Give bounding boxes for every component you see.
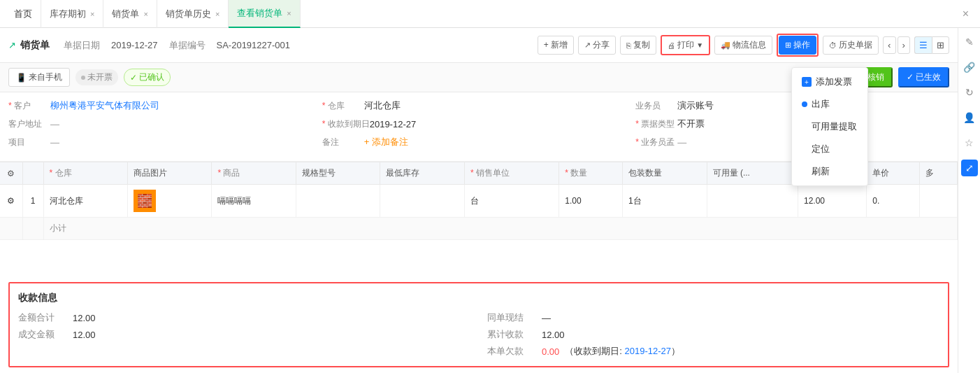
not-opened-badge: 未开票 [75,69,118,85]
dropdown-add-invoice[interactable]: + 添加发票 [792,71,867,93]
sidebar-rotate-icon[interactable]: ↻ [961,84,978,101]
same-order-row: 同单现结 — [487,311,939,324]
row-available [707,185,798,218]
share-button[interactable]: ↗ 分享 [578,36,616,55]
confirm-check-icon: ✓ [130,73,137,83]
logistics-button[interactable]: 🚚 物流信息 [714,36,772,55]
available-pickup-icon [802,124,807,129]
same-order-value: — [542,313,551,323]
tab-sales-history[interactable]: 销货单历史 × [157,0,229,28]
tab-close-inventory[interactable]: × [90,10,94,18]
employee-label: 业务员 [635,100,677,112]
total-value: 12.00 [73,313,96,323]
tab-inventory[interactable]: 库存期初 × [41,0,103,28]
from-mobile-button[interactable]: 📱 来自手机 [8,68,70,87]
tab-bar: 首页 库存期初 × 销货单 × 销货单历史 × 查看销货单 × × [0,0,980,28]
col-product-img: 商品图片 [127,162,211,185]
grid-view-button[interactable]: ⊞ [932,36,949,54]
print-button[interactable]: 🖨 打印 ▼ [661,35,710,55]
list-view-button[interactable]: ☰ [914,36,932,54]
col-unit-price: 单价 [867,162,920,185]
number-label: 单据编号 [169,39,206,52]
col-more: 多 [920,162,958,185]
overdue-row: 本单欠款 0.00 （收款到期日: 2019-12-27） [487,345,939,358]
effective-status-button[interactable]: ✓ 已生效 [898,67,949,87]
confirm-badge: ✓ 已确认 [124,69,171,86]
project-label: 项目 [8,136,50,148]
total-row: 金额合计 12.00 [18,311,470,324]
mobile-icon: 📱 [16,73,27,83]
tab-view-sales[interactable]: 查看销货单 × [229,0,300,28]
print-icon: 🖨 [668,41,675,50]
sidebar-star-icon[interactable]: ☆ [961,134,978,151]
nav-arrows: ‹ › [883,36,910,54]
transaction-row: 成交金额 12.00 [18,328,470,341]
row-num: 1 [22,185,43,218]
right-sidebar: ✎ 🔗 ↻ 👤 ☆ ⤢ [958,28,980,373]
share-icon: ↗ [584,41,591,50]
col-product: 商品 [212,162,296,185]
col-available: 可用量 (... [707,162,798,185]
row-product: 嗝嗝嗝嗝 [212,185,296,218]
row-sales-unit: 台 [464,185,559,218]
dropdown-available-pickup[interactable]: 可用量提取 [792,115,867,138]
dropdown-locate[interactable]: 定位 [792,138,867,160]
col-gear: ⚙ [0,162,22,185]
sidebar-person-icon[interactable]: 👤 [961,109,978,126]
address-value: — [50,119,322,129]
tab-close-sales-history[interactable]: × [215,10,219,18]
col-spec: 规格型号 [296,162,380,185]
sidebar-edit-icon[interactable]: ✎ [961,34,978,50]
add-invoice-icon: + [802,77,812,87]
remark-add-button[interactable]: + 添加备注 [364,136,636,148]
same-order-label: 同单现结 [487,311,536,324]
col-package-qty: 包装数量 [623,162,707,185]
sidebar-expand-icon[interactable]: ⤢ [961,160,978,176]
operation-highlight: ⊞ 操作 [777,34,819,57]
dropdown-outbound[interactable]: 出库 [792,93,867,115]
address-field: 客户地址 — [8,118,322,130]
payment-date-field: 收款到期日 2019-12-27 [322,118,636,130]
warehouse-value: 河北仓库 [364,99,636,112]
tab-home[interactable]: 首页 [6,0,41,28]
col-num [22,162,43,185]
copy-button[interactable]: ⎘ 复制 [620,36,656,55]
accumulated-label: 累计收款 [487,328,536,341]
operation-icon: ⊞ [785,41,791,50]
operation-button[interactable]: ⊞ 操作 [779,36,816,55]
tab-sales[interactable]: 销货单 × [103,0,157,28]
remark-label: 备注 [322,136,364,148]
row-gear: ⚙ [0,185,22,218]
tab-close-view-sales[interactable]: × [287,9,291,17]
number-value: SA-20191227-001 [217,40,291,50]
row-quantity: 1.00 [559,185,623,218]
doc-title: 销货单 [20,39,50,52]
customer-field: 客户 柳州粤港平安气体有限公司 [8,99,322,112]
new-button[interactable]: + 新增 [538,36,574,55]
not-opened-dot [81,76,85,80]
col-sales-unit: 销售单位 [464,162,559,185]
prev-button[interactable]: ‹ [883,36,895,54]
sidebar-link-icon[interactable]: 🔗 [961,59,978,76]
row-warehouse: 河北仓库 [43,185,127,218]
project-value: — [50,137,322,148]
overdue-value: 0.00 [542,346,559,357]
ticket-type-label: 票据类型 [635,118,677,130]
subtotal-text: 小计 [43,218,958,240]
locate-icon [802,146,807,152]
logistics-icon: 🚚 [721,41,730,50]
dropdown-refresh[interactable]: 刷新 [792,160,867,183]
customer-value[interactable]: 柳州粤港平安气体有限公司 [50,99,322,112]
next-button[interactable]: › [898,36,910,54]
history-button[interactable]: ⏱ 历史单据 [823,36,879,55]
print-dropdown-arrow: ▼ [696,41,703,49]
subtotal-num [22,218,43,240]
remark-field: 备注 + 添加备注 [322,136,636,148]
salesperson-label: 业务员孟 [635,136,677,148]
address-label: 客户地址 [8,118,50,130]
row-stock: 12.00 [798,185,866,218]
doc-actions: + 新增 ↗ 分享 ⎘ 复制 🖨 打印 ▼ 🚚 物流信息 [538,34,949,57]
tab-close-sales[interactable]: × [143,10,147,18]
doc-title-icon: ↗ [8,40,16,50]
window-close-button[interactable]: × [957,8,974,20]
